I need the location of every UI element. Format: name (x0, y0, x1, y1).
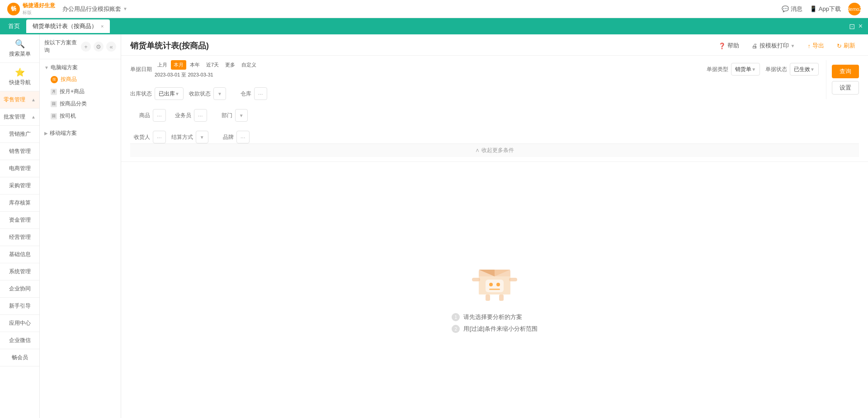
salesperson-dots[interactable]: ··· (198, 112, 203, 119)
sidebar-item-apps[interactable]: 应用中心 (0, 315, 39, 332)
filter-cell-payment: 收款状态 ▼ (189, 87, 226, 100)
print-template-btn[interactable]: 🖨 按模板打印 ▼ (748, 40, 799, 52)
sidebar-item-basic[interactable]: 基础信息 (0, 246, 39, 263)
warehouse-dots[interactable]: ··· (258, 90, 263, 97)
goods-dots[interactable]: ··· (157, 112, 162, 119)
date-tab-this-month[interactable]: 本月 (171, 60, 186, 70)
date-tab-custom[interactable]: 自定义 (239, 60, 259, 70)
sidebar-item-retail[interactable]: 零售管理 ▲ (0, 91, 39, 109)
goods-select[interactable]: ··· (153, 109, 166, 122)
tab-bar: 首页 销货单统计表（按商品） × ⊡ × (0, 18, 868, 34)
scheme-panel-actions: + ⚙ « (81, 42, 116, 52)
top-nav-left: 畅 畅捷通好生意 标版 办公用品行业模拟账套 ▼ (7, 2, 131, 16)
scheme-panel-header: 按以下方案查询 + ⚙ « (40, 34, 121, 59)
main-layout: 🔍 搜索菜单 ⭐ 快捷导航 零售管理 ▲ 批发管理 ▲ 营销推广 销售管理 电商… (0, 34, 868, 418)
sidebar-item-collab[interactable]: 企业协同 (0, 280, 39, 298)
sidebar: 🔍 搜索菜单 ⭐ 快捷导航 零售管理 ▲ 批发管理 ▲ 营销推广 销售管理 电商… (0, 34, 40, 418)
doc-type-select[interactable]: 销货单 ▼ (731, 63, 760, 76)
user-area[interactable]: demo2 (848, 3, 861, 15)
warehouse-select[interactable]: ··· (254, 87, 267, 100)
page-actions: ❓ 帮助 🖨 按模板打印 ▼ ↑ 导出 ↻ 刷新 (715, 40, 859, 52)
query-button[interactable]: 查询 (832, 65, 859, 78)
filter-cell-receiver: 收货人 ··· (130, 131, 166, 143)
sidebar-item-finance[interactable]: 资金管理 (0, 212, 39, 229)
salesperson-select[interactable]: ··· (194, 109, 207, 122)
doc-status-select[interactable]: 已生效 ▼ (790, 63, 819, 76)
sidebar-item-ecommerce[interactable]: 电商管理 (0, 160, 39, 177)
message-btn[interactable]: 💬 消息 (782, 5, 802, 13)
settlement-select[interactable]: ▼ (196, 131, 208, 143)
scheme-sub-icon-cat: 回 (51, 101, 57, 107)
app-download-btn[interactable]: 📱 App下载 (810, 5, 841, 13)
filter-cell-warehouse: 仓库 ··· (231, 87, 267, 100)
print-chevron-icon: ▼ (791, 43, 795, 48)
brand-dots[interactable]: ··· (241, 134, 245, 141)
brand-text: 畅捷通好生意 标版 (23, 2, 55, 16)
sidebar-item-sales-mgmt[interactable]: 销售管理 (0, 143, 39, 160)
filter-row-1: 单据日期 上月 本月 本年 近7天 更多 自定义 (130, 60, 819, 78)
sidebar-item-operation[interactable]: 经营管理 (0, 229, 39, 246)
group-expand-icon: ▼ (44, 65, 49, 70)
sidebar-item-marketing[interactable]: 营销推广 (0, 126, 39, 143)
date-tab-more[interactable]: 更多 (222, 60, 238, 70)
sidebar-search[interactable]: 🔍 搜索菜单 (0, 34, 39, 63)
brand-select[interactable]: ··· (236, 131, 250, 143)
date-tab-last-month[interactable]: 上月 (155, 60, 170, 70)
tab-home[interactable]: 首页 (2, 19, 26, 33)
sidebar-item-wechat[interactable]: 企业微信 (0, 332, 39, 349)
app-download-icon: 📱 (810, 5, 817, 12)
quick-nav-icon: ⭐ (15, 67, 25, 77)
scheme-settings-btn[interactable]: ⚙ (94, 42, 104, 52)
sidebar-item-wholesale[interactable]: 批发管理 ▲ (0, 109, 39, 126)
empty-state: 1 请先选择要分析的方案 2 用[过滤]条件来缩小分析范围 (121, 162, 868, 418)
help-btn[interactable]: ❓ 帮助 (715, 40, 743, 52)
refresh-btn[interactable]: ↻ 刷新 (833, 40, 859, 52)
sidebar-item-purchase[interactable]: 采购管理 (0, 177, 39, 195)
svg-rect-9 (499, 294, 504, 301)
filter-cell-docstatus: 单据状态 已生效 ▼ (765, 63, 819, 76)
content-area: 按以下方案查询 + ⚙ « ▼ 电脑端方案 按 按商品 月 (40, 34, 868, 418)
empty-tip-row-2: 2 用[过滤]条件来缩小分析范围 (452, 325, 537, 333)
scheme-collapse-btn[interactable]: « (106, 42, 116, 52)
sidebar-quick-nav[interactable]: ⭐ 快捷导航 (0, 63, 39, 91)
scheme-leaf-by-goods[interactable]: 按 按商品 (40, 73, 121, 86)
tab-sales-stat[interactable]: 销货单统计表（按商品） × (26, 19, 110, 33)
tab-close-icon[interactable]: × (101, 24, 104, 29)
export-icon: ↑ (808, 43, 811, 49)
svg-point-5 (489, 283, 493, 286)
export-btn[interactable]: ↑ 导出 (804, 40, 828, 52)
scheme-leaf-icon: 按 (51, 76, 58, 83)
tab-close-all-icon[interactable]: × (859, 22, 863, 30)
receiver-dots[interactable]: ··· (157, 134, 162, 141)
workspace-selector[interactable]: 办公用品行业模拟账套 ▼ (59, 3, 131, 15)
tip-num-2: 2 (452, 325, 460, 333)
scheme-add-btn[interactable]: + (81, 42, 91, 52)
scheme-leaf-by-cashier[interactable]: 回 按司机 (40, 110, 121, 122)
empty-illustration (465, 247, 524, 306)
settlement-chevron-icon: ▼ (200, 135, 204, 140)
sidebar-item-member[interactable]: 畅会员 (0, 349, 39, 366)
date-tab-this-year[interactable]: 本年 (187, 60, 203, 70)
department-select[interactable]: ▼ (235, 109, 248, 122)
filter-section: 单据日期 上月 本月 本年 近7天 更多 自定义 (121, 56, 868, 162)
scheme-leaf-by-category[interactable]: 回 按商品分类 (40, 98, 121, 110)
filter-cell-outstatus: 出库状态 已出库 ▼ (130, 87, 184, 100)
scheme-group-mobile: ▶ 移动端方案 (40, 125, 121, 142)
out-status-select[interactable]: 已出库 ▼ (155, 87, 184, 100)
payment-status-select[interactable]: ▼ (213, 87, 226, 100)
date-tab-last7[interactable]: 近7天 (203, 60, 222, 70)
scheme-group-header-desktop[interactable]: ▼ 电脑端方案 (40, 62, 121, 73)
tab-restore-icon[interactable]: ⊡ (849, 22, 855, 31)
date-range: 2023-03-01 至 2023-03-31 (155, 71, 701, 78)
receiver-select[interactable]: ··· (153, 131, 166, 143)
scheme-group-header-mobile[interactable]: ▶ 移动端方案 (40, 128, 121, 139)
sidebar-item-guide[interactable]: 新手引导 (0, 298, 39, 315)
collapse-more-btn[interactable]: ∧ 收起更多条件 (130, 143, 859, 157)
filter-cell-goods: 商品 ··· (130, 109, 166, 122)
svg-rect-10 (472, 278, 480, 281)
settings-button[interactable]: 设置 (832, 81, 859, 95)
scheme-leaf-by-month-goods[interactable]: 月 按月+商品 (40, 86, 121, 98)
filter-cell-date: 单据日期 上月 本月 本年 近7天 更多 自定义 (130, 60, 701, 78)
sidebar-item-system[interactable]: 系统管理 (0, 263, 39, 280)
sidebar-item-inventory[interactable]: 库存核算 (0, 195, 39, 212)
